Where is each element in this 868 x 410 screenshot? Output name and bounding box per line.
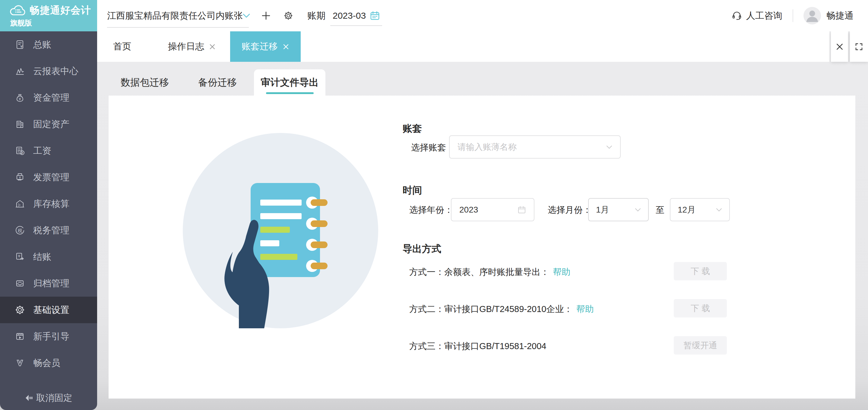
- chevron-down-icon: [606, 145, 612, 149]
- sidebar: 畅捷通好会计 旗舰版 ¥ 总账 云报表中心 ¥ 资金管理 固定资产: [0, 0, 97, 410]
- fullscreen-icon: [855, 42, 863, 51]
- help-link[interactable]: 帮助: [576, 303, 593, 315]
- sidebar-item-funds[interactable]: ¥ 资金管理: [0, 85, 97, 111]
- svg-text:¥: ¥: [18, 254, 21, 258]
- close-all-tabs-button[interactable]: [831, 31, 848, 62]
- guide-video-icon: [14, 331, 25, 342]
- chevron-down-icon: [243, 13, 250, 18]
- support-button[interactable]: 人工咨询: [732, 10, 782, 22]
- svg-text:¥: ¥: [20, 44, 23, 49]
- sidebar-item-tax[interactable]: 税 税务管理: [0, 217, 97, 244]
- period-value: 2023-03: [333, 10, 366, 21]
- month-from-value: 1月: [596, 204, 609, 216]
- year-input-field[interactable]: [459, 205, 514, 215]
- period-label: 账期: [307, 10, 326, 22]
- money-bag-icon: ¥: [14, 92, 25, 103]
- period-picker[interactable]: 2023-03: [333, 10, 380, 21]
- sidebar-item-beginner-guide[interactable]: 新手引导: [0, 323, 97, 350]
- sidebar-item-membership[interactable]: 畅会员: [0, 350, 97, 376]
- account-select[interactable]: [449, 135, 621, 159]
- svg-text:税: 税: [18, 228, 22, 233]
- calendar-icon: [370, 11, 380, 21]
- settings-gear-icon[interactable]: [283, 10, 293, 21]
- section-title-export: 导出方式: [403, 242, 441, 256]
- coming-soon-button-method-3[interactable]: 暂缓开通: [674, 336, 727, 354]
- archive-icon: [14, 278, 25, 289]
- subtab-backup-migration[interactable]: 备份迁移: [181, 69, 254, 96]
- app-title: 畅捷通好会计: [30, 4, 91, 17]
- closing-icon: ¥: [14, 251, 25, 262]
- migration-subtabs: 数据包迁移 备份迁移 审计文件导出: [108, 69, 326, 96]
- close-tab-icon[interactable]: [283, 43, 289, 50]
- sidebar-item-fixed-assets[interactable]: 固定资产: [0, 111, 97, 137]
- sidebar-item-cloud-reports[interactable]: 云报表中心: [0, 58, 97, 85]
- tabbar: 首页 操作日志 账套迁移: [97, 31, 829, 62]
- fullscreen-button[interactable]: [850, 31, 868, 62]
- username: 畅捷通: [826, 10, 854, 22]
- topbar-divider: [793, 9, 793, 22]
- cloud-logo-icon: [9, 4, 26, 17]
- download-button-method-2[interactable]: 下 载: [674, 299, 727, 317]
- vip-v-icon: [14, 357, 25, 369]
- subtab-audit-file-export[interactable]: 审计文件导出: [254, 69, 326, 96]
- export-method-1: 方式一：余额表、序时账批量导出： 帮助: [409, 266, 570, 278]
- close-icon: [836, 43, 843, 51]
- close-tab-icon[interactable]: [209, 43, 216, 50]
- sidebar-item-basic-settings[interactable]: 基础设置: [0, 297, 97, 323]
- sidebar-nav: ¥ 总账 云报表中心 ¥ 资金管理 固定资产 ¥ 工资: [0, 31, 97, 376]
- avatar[interactable]: [803, 7, 821, 24]
- add-account-button[interactable]: [261, 11, 271, 20]
- section-title-account: 账套: [403, 122, 422, 135]
- account-select-label: 选择账套：: [411, 142, 455, 154]
- buildings-icon: [14, 119, 25, 130]
- tab-operation-log[interactable]: 操作日志: [161, 31, 223, 62]
- sidebar-item-inventory[interactable]: 库存核算: [0, 191, 97, 217]
- ledger-icon: ¥: [14, 39, 25, 50]
- svg-text:¥: ¥: [19, 97, 21, 101]
- company-selector[interactable]: 江西服宝精品有限责任公司内账张: [107, 10, 249, 22]
- unpin-sidebar-button[interactable]: 取消固定: [0, 388, 97, 408]
- topbar-right: 人工咨询 畅捷通: [732, 7, 854, 24]
- line-chart-icon: [14, 66, 25, 76]
- calendar-icon: [518, 206, 526, 214]
- tax-icon: 税: [14, 225, 25, 236]
- notebook-hand-illustration: [183, 133, 378, 328]
- app-edition: 旗舰版: [10, 18, 97, 28]
- month-from-select[interactable]: 1月: [588, 198, 649, 221]
- month-select-label: 选择月份：: [548, 204, 591, 216]
- export-method-3: 方式三：审计接口GB/T19581-2004: [409, 340, 546, 352]
- headset-icon: [732, 10, 742, 21]
- svg-text:¥: ¥: [22, 151, 23, 155]
- warehouse-icon: [14, 198, 25, 209]
- support-label: 人工咨询: [746, 10, 782, 22]
- section-title-time: 时间: [403, 184, 422, 197]
- month-to-select[interactable]: 12月: [670, 198, 730, 221]
- month-to-value: 12月: [678, 204, 695, 216]
- company-name: 江西服宝精品有限责任公司内账张: [107, 10, 243, 22]
- tab-home[interactable]: 首页: [106, 31, 138, 62]
- chevron-down-icon: [716, 208, 722, 212]
- tab-account-migration[interactable]: 账套迁移: [230, 31, 301, 62]
- chevron-down-icon: [635, 208, 641, 212]
- help-link[interactable]: 帮助: [553, 266, 570, 278]
- sidebar-item-general-ledger[interactable]: ¥ 总账: [0, 31, 97, 58]
- invoice-icon: ¥: [14, 172, 25, 183]
- svg-text:¥: ¥: [19, 176, 21, 180]
- sidebar-item-closing[interactable]: ¥ 结账: [0, 244, 97, 270]
- download-button-method-1[interactable]: 下 载: [674, 262, 727, 280]
- collapse-left-icon: [25, 394, 34, 402]
- subtab-data-package-migration[interactable]: 数据包迁移: [108, 69, 181, 96]
- gear-icon: [14, 305, 25, 315]
- app-logo[interactable]: 畅捷通好会计 旗舰版: [0, 0, 97, 31]
- audit-export-panel: 账套 选择账套： 时间 选择年份： 选择月份： 1月 至 12月 导出方式 方式…: [108, 96, 855, 399]
- sidebar-item-payroll[interactable]: ¥ 工资: [0, 137, 97, 164]
- sidebar-item-invoices[interactable]: ¥ 发票管理: [0, 164, 97, 191]
- to-label: 至: [656, 204, 664, 216]
- account-select-input[interactable]: [458, 142, 602, 152]
- topbar: 江西服宝精品有限责任公司内账张 账期 2023-03: [97, 0, 868, 31]
- sidebar-item-archive[interactable]: 归档管理: [0, 270, 97, 297]
- payroll-sheet-icon: ¥: [14, 145, 25, 156]
- export-method-2: 方式二：审计接口GB/T24589-2010企业： 帮助: [409, 303, 593, 315]
- year-input[interactable]: [451, 198, 534, 221]
- year-select-label: 选择年份：: [409, 204, 453, 216]
